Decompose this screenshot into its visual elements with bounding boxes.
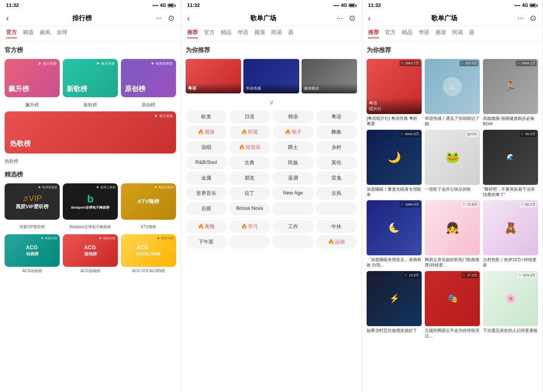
tag-grid-4: R&B/Soul 古典 民族 英伦 xyxy=(186,156,357,169)
list-item[interactable]: ▷ 2963.7万 粤语唱片行 [粤语唱片行] 粤语经典 粤听粤爱 xyxy=(367,59,422,127)
tag-postrock[interactable]: 后摇 xyxy=(186,202,227,215)
tag-work[interactable]: 工作 xyxy=(272,220,314,233)
tab2-chinese[interactable]: 华语 xyxy=(238,29,248,38)
tab2-official[interactable]: 官方 xyxy=(204,29,215,38)
tab2-recommend[interactable]: 推荐 xyxy=(187,29,198,38)
tag-latin[interactable]: 拉丁 xyxy=(229,187,271,200)
tab3-rock[interactable]: 摇滚 xyxy=(435,29,446,38)
back-button-2[interactable]: ‹ xyxy=(186,12,191,24)
tab2-boutique[interactable]: 精品 xyxy=(221,29,232,38)
selected-card-vip[interactable]: ▶ 每周四更新 ♬VIP 黑胶VIP爱听榜 xyxy=(5,183,60,220)
tab2-rock[interactable]: 摇滚 xyxy=(254,29,265,38)
tag-rnb[interactable]: R&B/Soul xyxy=(186,156,227,169)
battery-2 xyxy=(349,3,355,7)
tag-korean[interactable]: 韩语 xyxy=(272,110,314,123)
back-button-3[interactable]: ‹ xyxy=(367,12,372,24)
tag-light[interactable]: 🔥轻音乐 xyxy=(229,141,271,154)
chart-card-hot[interactable]: ▶ 每天更新 热歌榜 xyxy=(5,111,176,154)
more-button-3[interactable]: ··· xyxy=(516,12,525,24)
tab2-more[interactable]: 器 xyxy=(288,29,294,38)
chart-card-new[interactable]: ▶ 每天更新 新歌榜 xyxy=(63,59,118,97)
tag-newage[interactable]: New Age xyxy=(272,187,314,200)
tag-rap[interactable]: 说唱 xyxy=(186,141,227,154)
list-item[interactable]: ▷ 1860.0万 🌜 「深度睡眠专用音乐」亲测有效 自我... xyxy=(367,200,422,268)
tag-night[interactable]: 🔥夜晚 xyxy=(186,220,227,233)
tag-punk[interactable]: 朋克 xyxy=(229,172,271,185)
tab3-recommend[interactable]: 推荐 xyxy=(368,29,379,38)
tag-study[interactable]: 🔥学习 xyxy=(229,220,271,233)
original-sub: 原创榜 xyxy=(121,102,176,108)
list-item[interactable]: ▷ 673.4万 🌸 下次遇见喜欢的人记得更勇敢 xyxy=(483,271,538,339)
playlist-name-8: 网易云音乐超好听热门歌曲推荐(持续更... xyxy=(425,257,480,268)
original-title: 原创榜 xyxy=(125,84,172,93)
tag-noon[interactable]: 午休 xyxy=(316,220,357,233)
tag-tea[interactable]: 下午茶 xyxy=(186,235,227,248)
acg-game-title: ACG游戏榜 xyxy=(84,244,97,257)
tab2-folk[interactable]: 民谣 xyxy=(271,29,282,38)
banner-item-1[interactable]: 粤语 xyxy=(186,59,241,93)
rising-label: ▶ 每天更新 xyxy=(38,61,57,66)
tag-cantonese[interactable]: 粤语 xyxy=(316,110,357,123)
tag-empty2 xyxy=(316,202,357,215)
tag-sport[interactable]: 🔥运动 xyxy=(316,235,357,248)
chart-card-original[interactable]: ▶ 每周四更新 原创榜 xyxy=(121,59,176,97)
tag-metal[interactable]: 金属 xyxy=(186,172,227,185)
tab3-boutique[interactable]: 精品 xyxy=(402,29,413,38)
acg-card-game[interactable]: ▶ 更新80首 ACG游戏榜 xyxy=(63,234,118,267)
chart-card-rising[interactable]: ▶ 每天更新 飙升榜 xyxy=(5,59,60,97)
more-button-1[interactable]: ··· xyxy=(154,12,163,24)
tag-bossanova[interactable]: Bossa Nova xyxy=(229,202,271,215)
banner-item-3[interactable]: 健身跑步 xyxy=(302,59,357,93)
official-section-title: 官方榜 xyxy=(5,46,176,54)
expand-button[interactable]: ∨ xyxy=(186,96,357,108)
tag-country[interactable]: 乡村 xyxy=(316,141,357,154)
tag-ethnic[interactable]: 民族 xyxy=(272,156,314,169)
tag-grid-7: 后摇 Bossa Nova xyxy=(186,202,357,215)
new-title: 新歌榜 xyxy=(67,84,114,93)
list-item[interactable]: ▷ 82.1万 🧸 云村热歌丨热评10万+持续更新 xyxy=(483,200,538,268)
tag-reggae[interactable]: 雷鬼 xyxy=(316,172,357,185)
tag-classical[interactable]: 古典 xyxy=(229,156,271,169)
tag-rock[interactable]: 🔥摇滚 xyxy=(186,126,227,139)
tag-jazz[interactable]: 爵士 xyxy=(272,141,314,154)
tab-global[interactable]: 全球 xyxy=(57,29,67,38)
divider-1 xyxy=(186,217,357,218)
list-item[interactable]: ▷ 332.0万 ♫ 华语伤感丨遇见了你却错过了她 xyxy=(425,59,480,127)
target-button-2[interactable]: ⊙ xyxy=(347,12,357,24)
tab-official[interactable]: 官方 xyxy=(6,29,17,38)
tab3-folk[interactable]: 民谣 xyxy=(452,29,463,38)
selected-card-beatport[interactable]: ▶ 每周三更新 b Beatport全球电子舞曲榜 xyxy=(63,183,118,220)
list-item[interactable]: ▷ 17.3万 🎭 九级的网易云不会为你停留关注... xyxy=(425,271,480,339)
tag-japanese[interactable]: 日语 xyxy=(229,110,271,123)
tab3-chinese[interactable]: 华语 xyxy=(419,29,429,38)
tag-electronic[interactable]: 🔥电子 xyxy=(272,126,314,139)
tag-blues[interactable]: 蓝调 xyxy=(272,172,314,185)
more-button-2[interactable]: ··· xyxy=(335,12,344,24)
tag-british[interactable]: 英伦 xyxy=(316,156,357,169)
tag-dance[interactable]: 舞曲 xyxy=(316,126,357,139)
tag-oumei[interactable]: 欧美 xyxy=(186,110,227,123)
list-item[interactable]: ▷ 56.5万 🌊 "释怀吧，不要再执着于没有结果的事了" xyxy=(483,130,538,198)
tag-folk[interactable]: 🔥民谣 xyxy=(229,126,271,139)
back-button-1[interactable]: ‹ xyxy=(5,12,10,24)
target-button-1[interactable]: ⊙ xyxy=(166,12,176,24)
tag-world[interactable]: 世界音乐 xyxy=(186,187,227,200)
tab-selected[interactable]: 精选 xyxy=(23,29,34,38)
list-item[interactable]: ▷ 2454.1万 🏃 高能燃脂·假期健身跑步必备BGM xyxy=(483,59,538,127)
playlist-name-7: 「深度睡眠专用音乐」亲测有效 自我... xyxy=(367,257,422,268)
tab-bar-1: 官方 精选 曲风 全球 xyxy=(0,26,181,42)
tab3-more[interactable]: 器 xyxy=(469,29,475,38)
list-item[interactable]: ▷ 23.8万 ⚡ 如果当时忍住做朋友就好了 xyxy=(367,271,422,339)
tab-genre[interactable]: 曲风 xyxy=(40,29,51,38)
list-item[interactable]: 앞사리 🐸 一些听了会开心快乐的歌 xyxy=(425,130,480,198)
tab3-official[interactable]: 官方 xyxy=(385,29,396,38)
acg-card-vocaloid[interactable]: ▶ 更新79首 ACGVOCALOID榜 xyxy=(121,234,176,267)
list-item[interactable]: ▷ 71.9万 👧 网易云音乐超好听热门歌曲推荐(持续更... xyxy=(425,200,480,268)
selected-card-ktv[interactable]: ▶ 每周五更新 KTV嗨榜 xyxy=(121,183,176,220)
hot-update-label: ▶ 每天更新 xyxy=(155,114,173,119)
list-item[interactable]: ▷ 6042.8万 🌙 深度睡眠丨重度失眠者专用歌单 xyxy=(367,130,422,198)
acg-card-anime[interactable]: ▶ 更新65首 ACG动画榜 xyxy=(5,234,60,267)
tag-ancient[interactable]: 古风 xyxy=(316,187,357,200)
target-button-3[interactable]: ⊙ xyxy=(528,12,538,24)
banner-item-2[interactable]: 华语伤感 xyxy=(243,59,299,93)
